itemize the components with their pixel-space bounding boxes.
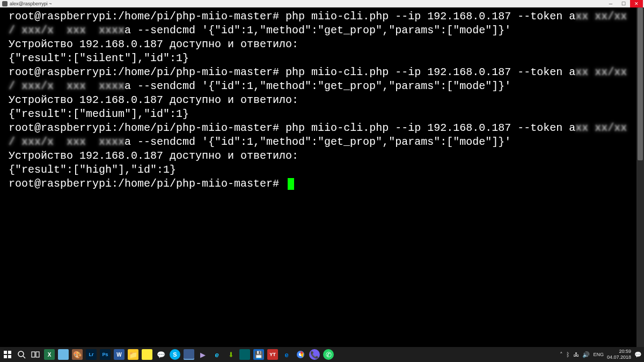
notifications-icon[interactable]: 💬	[634, 351, 642, 358]
chrome-icon[interactable]	[295, 349, 306, 360]
stickynotes-icon[interactable]	[142, 349, 152, 360]
prompt-3: root@raspberrypi:/home/pi/php-miio-maste…	[9, 122, 279, 134]
lightroom-icon[interactable]: Lr	[86, 349, 97, 360]
minimize-button[interactable]: ─	[604, 0, 617, 8]
media-icon[interactable]: ▶	[197, 349, 208, 360]
prompt-2: root@raspberrypi:/home/pi/php-miio-maste…	[9, 66, 279, 78]
excel-icon[interactable]: X	[44, 349, 55, 360]
tray-date: 04.07.2018	[607, 354, 631, 360]
close-button[interactable]: ✕	[630, 0, 643, 8]
window-title: alex@raspberrypi ~	[10, 1, 52, 6]
prompt-4: root@raspberrypi:/home/pi/php-miio-maste…	[9, 178, 279, 190]
svg-rect-1	[8, 351, 11, 354]
svg-rect-3	[8, 355, 11, 358]
notepad-icon[interactable]	[58, 349, 69, 360]
windows-taskbar: X 🎨 Lr Ps W 📁 💬 S ▶ e ⬇ 💾 YT e 📞 ✆ ˄ ᛒ 🖧…	[0, 347, 644, 362]
skype-icon[interactable]: S	[170, 349, 180, 360]
utorrent-icon[interactable]: ⬇	[225, 349, 236, 360]
cmd3-b: a --sendcmd '{"id":1,"method":"get_prop"…	[125, 136, 511, 148]
putty-icon	[2, 1, 8, 6]
start-button[interactable]	[2, 349, 13, 360]
whatsapp-icon[interactable]: ✆	[323, 349, 334, 360]
tray-time: 20:59	[607, 349, 631, 354]
maximize-button[interactable]: ☐	[617, 0, 630, 8]
terminal-cursor	[288, 178, 294, 190]
network-icon[interactable]: 🖧	[573, 351, 579, 358]
svg-point-4	[18, 351, 24, 357]
word-icon[interactable]: W	[114, 349, 125, 360]
tray-clock[interactable]: 20:59 04.07.2018	[607, 349, 631, 360]
terminal-viewport[interactable]: root@raspberrypi:/home/pi/php-miio-maste…	[0, 8, 644, 347]
cmd2-b: a --sendcmd '{"id":1,"method":"get_prop"…	[125, 80, 511, 92]
cmd2-a: php miio-cli.php --ip 192.168.0.187 --to…	[286, 66, 575, 78]
svg-rect-0	[4, 351, 7, 354]
response-2: Устройство 192.168.0.187 доступно и отве…	[9, 94, 298, 106]
photoshop-icon[interactable]: Ps	[100, 349, 111, 360]
window-titlebar: alex@raspberrypi ~ ─ ☐ ✕	[0, 0, 644, 8]
viber-icon[interactable]: 📞	[309, 349, 320, 360]
response-3: Устройство 192.168.0.187 доступно и отве…	[9, 150, 298, 162]
edge-icon[interactable]: e	[281, 349, 292, 360]
explorer-icon[interactable]: 📁	[128, 349, 138, 360]
youtube-icon[interactable]: YT	[267, 349, 278, 360]
terminal-scrollbar[interactable]	[636, 8, 644, 347]
cmd1-a: php miio-cli.php --ip 192.168.0.187 --to…	[286, 10, 575, 23]
svg-line-5	[23, 356, 25, 358]
result-1: {"result":["silent"],"id":1}	[9, 52, 189, 64]
tray-chevron-up-icon[interactable]: ˄	[560, 351, 563, 358]
vm-icon[interactable]	[239, 349, 250, 360]
messenger-icon[interactable]: 💬	[156, 349, 166, 360]
bluetooth-icon[interactable]: ᛒ	[566, 351, 570, 358]
volume-icon[interactable]: 🔊	[582, 351, 590, 358]
response-1: Устройство 192.168.0.187 доступно и отве…	[9, 38, 298, 50]
scrollbar-thumb[interactable]	[638, 8, 643, 160]
svg-rect-2	[4, 355, 7, 358]
system-tray: ˄ ᛒ 🖧 🔊 ENG 20:59 04.07.2018 💬	[560, 347, 642, 362]
cmd1-b: a --sendcmd '{"id":1,"method":"get_prop"…	[125, 24, 511, 36]
putty-taskbar-icon[interactable]	[184, 349, 194, 360]
result-2: {"result":["medium"],"id":1}	[9, 108, 189, 120]
svg-rect-7	[36, 352, 39, 357]
cmd3-a: php miio-cli.php --ip 192.168.0.187 --to…	[286, 122, 575, 134]
tray-lang[interactable]: ENG	[593, 352, 604, 357]
save-icon[interactable]: 💾	[253, 349, 264, 360]
taskview-icon[interactable]	[30, 349, 41, 360]
paint-icon[interactable]: 🎨	[72, 349, 83, 360]
svg-rect-6	[32, 352, 35, 357]
ie-icon[interactable]: e	[211, 349, 222, 360]
prompt-1: root@raspberrypi:/home/pi/php-miio-maste…	[9, 10, 279, 23]
window-controls: ─ ☐ ✕	[604, 0, 643, 8]
result-3: {"result":["high"],"id":1}	[9, 164, 176, 176]
search-icon[interactable]	[16, 349, 27, 360]
